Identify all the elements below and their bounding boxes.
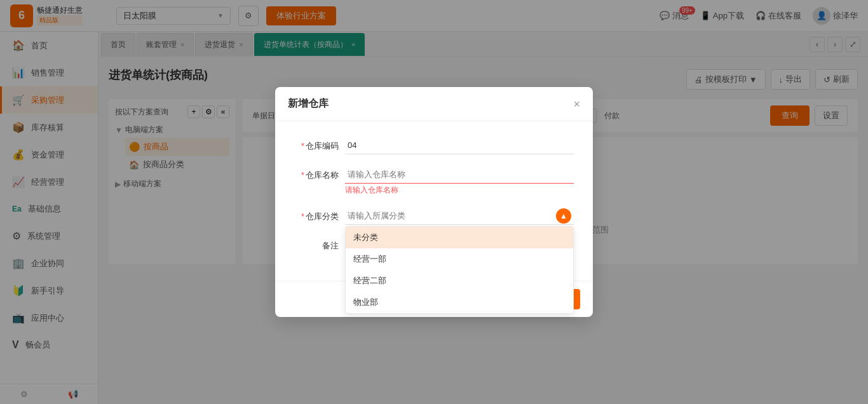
modal-header: 新增仓库 × [275, 87, 593, 121]
warehouse-category-row: 仓库分类 ▲ 未分类 经营一部 经营二部 物业部 [294, 207, 574, 225]
category-option-ops1[interactable]: 经营一部 [346, 248, 573, 270]
warehouse-code-input[interactable] [345, 137, 574, 154]
category-option-uncategorized[interactable]: 未分类 [346, 227, 573, 248]
category-option-ops2[interactable]: 经营二部 [346, 270, 573, 292]
category-toggle-button[interactable]: ▲ [556, 208, 571, 224]
warehouse-category-select-wrap: ▲ 未分类 经营一部 经营二部 物业部 [345, 207, 574, 225]
modal-overlay: 新增仓库 × 仓库编码 仓库名称 请输入仓库名称 仓库分类 [0, 0, 868, 404]
category-dropdown: 未分类 经营一部 经营二部 物业部 [345, 226, 574, 314]
modal-body: 仓库编码 仓库名称 请输入仓库名称 仓库分类 ▲ [275, 121, 593, 281]
warehouse-code-field-wrap [345, 137, 574, 154]
category-option-property[interactable]: 物业部 [346, 292, 573, 313]
warehouse-name-input[interactable] [345, 166, 574, 184]
warehouse-code-row: 仓库编码 [294, 137, 574, 154]
chevron-up-icon: ▲ [560, 212, 567, 220]
warehouse-note-label: 备注 [294, 236, 345, 252]
warehouse-name-error: 请输入仓库名称 [345, 185, 574, 196]
warehouse-category-label: 仓库分类 [294, 207, 345, 222]
modal-close-button[interactable]: × [573, 98, 580, 110]
warehouse-name-field-wrap: 请输入仓库名称 [345, 166, 574, 196]
warehouse-name-label: 仓库名称 [294, 166, 345, 181]
warehouse-code-label: 仓库编码 [294, 137, 345, 152]
warehouse-category-input[interactable] [345, 207, 574, 225]
modal-title: 新增仓库 [288, 97, 329, 111]
add-warehouse-modal: 新增仓库 × 仓库编码 仓库名称 请输入仓库名称 仓库分类 [275, 87, 593, 317]
warehouse-name-row: 仓库名称 请输入仓库名称 [294, 166, 574, 196]
